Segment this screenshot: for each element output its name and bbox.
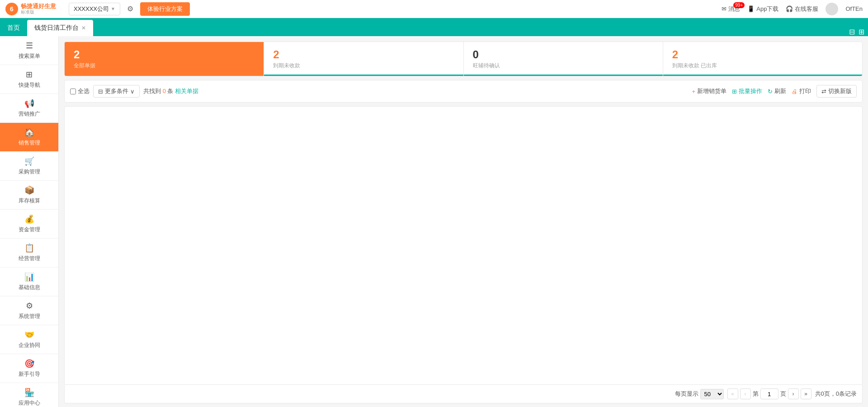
sidebar-item-purchase[interactable]: 🛒 采购管理 — [0, 152, 58, 181]
page-size-select: 每页显示 50 10 20 100 — [675, 389, 724, 399]
header-right: ✉ 消息 99+ 📱 App下载 🎧 在线客服 OfTEn — [722, 3, 863, 15]
sales-icon: 🏠 — [24, 127, 34, 137]
print-icon: 🖨 — [792, 88, 797, 95]
top-header: 6 畅捷通好生意 标准版 XXXXXX公司 ▼ ⚙ 体验行业方案 ✉ 消息 99… — [0, 0, 868, 18]
select-all-input[interactable] — [70, 89, 76, 94]
enterprise-icon: 🤝 — [24, 330, 34, 340]
header-left: 6 畅捷通好生意 标准版 XXXXXX公司 ▼ ⚙ 体验行业方案 — [5, 2, 190, 16]
chevron-down-icon: ▼ — [111, 6, 115, 11]
sidebar-item-enterprise[interactable]: 🤝 企业协同 — [0, 325, 58, 354]
found-text: 共找到 0 条 相关单据 — [143, 87, 198, 95]
settings-icon[interactable]: ⚙ — [124, 3, 137, 15]
first-page-button[interactable]: « — [727, 388, 738, 399]
table-area — [64, 106, 863, 385]
sidebar: ☰ 搜索菜单 ⊞ 快捷导航 📢 营销推广 🏠 销售管理 🛒 采购管理 📦 库存核… — [0, 36, 59, 407]
plus-icon: + — [692, 88, 695, 95]
sidebar-item-apps[interactable]: 🏪 应用中心 — [0, 383, 58, 407]
refresh-icon: ↻ — [768, 88, 773, 95]
page-size-dropdown[interactable]: 50 10 20 100 — [700, 389, 724, 399]
filter-icon: ⊟ — [98, 88, 103, 95]
switch-new-version-button[interactable]: ⇄ 切换新版 — [816, 85, 857, 98]
batch-operation-button[interactable]: ⊞ 批量操作 — [732, 87, 762, 95]
pagination-bar: 每页显示 50 10 20 100 « ‹ 第 页 › » 共0页，0条记录 — [64, 385, 863, 403]
last-page-button[interactable]: » — [801, 388, 811, 399]
minimize-icon[interactable]: ⊟ — [849, 28, 855, 36]
stat-wangfu[interactable]: 0 旺辅待确认 — [464, 42, 663, 76]
total-info: 共0页，0条记录 — [815, 390, 857, 398]
refresh-button[interactable]: ↻ 刷新 — [768, 87, 786, 95]
sidebar-item-system[interactable]: ⚙ 系统管理 — [0, 296, 58, 325]
user-name[interactable]: OfTEn — [845, 5, 863, 12]
sidebar-item-marketing[interactable]: 📢 营销推广 — [0, 94, 58, 123]
operations-icon: 📋 — [24, 243, 34, 253]
logo-icon: 6 — [5, 3, 18, 15]
stats-row: 2 全部单据 2 到期未收款 0 旺辅待确认 2 到期未收款 已出库 — [64, 42, 863, 76]
nav-tabs-actions: ⊟ ⊞ — [849, 28, 868, 36]
basic-icon: 📊 — [24, 272, 34, 282]
toolbar-left: 全选 ⊟ 更多条件 ∨ 共找到 0 条 相关单据 — [70, 85, 688, 98]
message-icon: ✉ — [722, 5, 726, 12]
prev-page-button[interactable]: ‹ — [740, 388, 751, 399]
stat-overdue[interactable]: 2 到期未收款 — [264, 42, 463, 76]
sidebar-item-sales[interactable]: 🏠 销售管理 — [0, 123, 58, 152]
select-all-checkbox[interactable]: 全选 — [70, 87, 90, 95]
tab-qianhuoriciqinggongzuotai[interactable]: 钱货日清工作台 ✕ — [27, 20, 93, 36]
purchase-icon: 🛒 — [24, 156, 34, 166]
finance-icon: 💰 — [24, 214, 34, 224]
inventory-icon: 📦 — [24, 185, 34, 195]
logo-text: 畅捷通好生意 标准版 — [21, 3, 56, 15]
chevron-down-filter-icon: ∨ — [130, 88, 135, 95]
sidebar-item-quicknav[interactable]: ⊞ 快捷导航 — [0, 65, 58, 94]
trial-button[interactable]: 体验行业方案 — [140, 2, 190, 16]
search-menu-icon: ☰ — [26, 41, 33, 51]
content-area: 2 全部单据 2 到期未收款 0 旺辅待确认 2 到期未收款 已出库 — [59, 36, 868, 407]
guide-icon: 🎯 — [24, 359, 34, 369]
print-button[interactable]: 🖨 打印 — [792, 87, 811, 95]
filter-button[interactable]: ⊟ 更多条件 ∨ — [93, 85, 140, 98]
tab-home[interactable]: 首页 — [0, 20, 27, 36]
marketing-icon: 📢 — [24, 98, 34, 108]
messages-badge: 99+ — [733, 2, 745, 8]
page-nav: « ‹ 第 页 › » — [727, 388, 811, 399]
maximize-icon[interactable]: ⊞ — [859, 28, 864, 36]
sidebar-item-inventory[interactable]: 📦 库存核算 — [0, 181, 58, 210]
avatar[interactable] — [826, 3, 838, 15]
sidebar-item-operations[interactable]: 📋 经营管理 — [0, 239, 58, 267]
toolbar-right: + 新增销货单 ⊞ 批量操作 ↻ 刷新 🖨 打印 ⇄ 切换新版 — [692, 85, 857, 98]
quicknav-icon: ⊞ — [26, 70, 33, 80]
switch-icon: ⇄ — [821, 88, 826, 95]
online-service-action[interactable]: 🎧 在线客服 — [786, 5, 818, 13]
phone-icon: 📱 — [747, 5, 755, 12]
toolbar: 全选 ⊟ 更多条件 ∨ 共找到 0 条 相关单据 + 新增销货单 ⊞ 批量操作 — [64, 80, 863, 103]
headset-icon: 🎧 — [786, 5, 793, 12]
app-download-action[interactable]: 📱 App下载 — [747, 5, 778, 13]
company-selector[interactable]: XXXXXX公司 ▼ — [69, 3, 120, 15]
batch-icon: ⊞ — [732, 88, 737, 95]
nav-tabs: 首页 钱货日清工作台 ✕ ⊟ ⊞ — [0, 18, 868, 36]
sidebar-item-search[interactable]: ☰ 搜索菜单 — [0, 36, 58, 65]
next-page-button[interactable]: › — [788, 388, 799, 399]
stat-all[interactable]: 2 全部单据 — [65, 42, 264, 76]
apps-icon: 🏪 — [24, 388, 34, 398]
tab-close-icon[interactable]: ✕ — [81, 25, 86, 31]
sidebar-item-basic[interactable]: 📊 基础信息 — [0, 267, 58, 296]
new-sale-button[interactable]: + 新增销货单 — [692, 87, 726, 95]
main-layout: ☰ 搜索菜单 ⊞ 快捷导航 📢 营销推广 🏠 销售管理 🛒 采购管理 📦 库存核… — [0, 36, 868, 407]
logo-area: 6 畅捷通好生意 标准版 — [5, 3, 56, 15]
system-icon: ⚙ — [26, 301, 33, 311]
page-number-input[interactable] — [760, 388, 778, 399]
sidebar-item-finance[interactable]: 💰 资金管理 — [0, 210, 58, 239]
messages-action[interactable]: ✉ 消息 99+ — [722, 5, 740, 13]
sidebar-item-guide[interactable]: 🎯 新手引导 — [0, 354, 58, 383]
stat-overdue-shipped[interactable]: 2 到期未收款 已出库 — [663, 42, 862, 76]
